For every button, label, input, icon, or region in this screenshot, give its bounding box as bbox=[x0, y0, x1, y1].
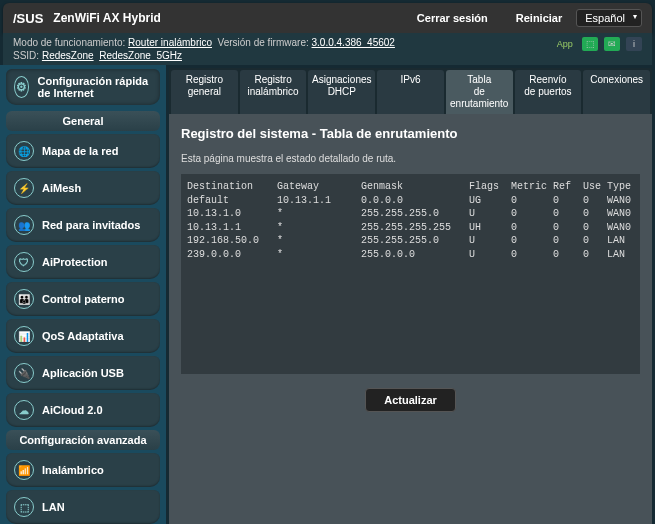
brand-logo: /SUS bbox=[13, 11, 43, 26]
language-select[interactable]: Español bbox=[576, 9, 642, 27]
info-bar: Modo de funcionamiento: Router inalámbri… bbox=[3, 33, 652, 65]
sidebar-item-mapa-de-la-red[interactable]: 🌐Mapa de la red bbox=[6, 134, 160, 168]
nav-icon: 📊 bbox=[14, 326, 34, 346]
tab-4[interactable]: Tablade enrutamiento bbox=[446, 70, 513, 114]
ssid1-link[interactable]: RedesZone bbox=[42, 50, 94, 61]
sidebar-item-aimesh[interactable]: ⚡AiMesh bbox=[6, 171, 160, 205]
sidebar-item-lan[interactable]: ⬚LAN bbox=[6, 490, 160, 524]
logout-button[interactable]: Cerrar sesión bbox=[417, 12, 488, 24]
feedback-icon[interactable]: ✉ bbox=[604, 37, 620, 51]
sidebar-item-qos-adaptativa[interactable]: 📊QoS Adaptativa bbox=[6, 319, 160, 353]
nav-icon: 📶 bbox=[14, 460, 34, 480]
nav-label: Inalámbrico bbox=[42, 464, 104, 476]
nav-icon: 👪 bbox=[14, 289, 34, 309]
section-general: General bbox=[6, 111, 160, 131]
mode-link[interactable]: Router inalámbrico bbox=[128, 37, 212, 48]
ssid-label: SSID: bbox=[13, 50, 39, 61]
tab-5[interactable]: Reenvíode puertos bbox=[515, 70, 582, 114]
sidebar-item-inalámbrico[interactable]: 📶Inalámbrico bbox=[6, 453, 160, 487]
nav-icon: 🛡 bbox=[14, 252, 34, 272]
app-label[interactable]: App bbox=[557, 37, 573, 51]
app-icon[interactable]: ⬚ bbox=[582, 37, 598, 51]
reboot-button[interactable]: Reiniciar bbox=[516, 12, 562, 24]
info-icon[interactable]: i bbox=[626, 37, 642, 51]
nav-icon: 🔌 bbox=[14, 363, 34, 383]
nav-icon: ⬚ bbox=[14, 497, 34, 517]
sidebar-item-aicloud-2.0[interactable]: ☁AiCloud 2.0 bbox=[6, 393, 160, 427]
section-advanced: Configuración avanzada bbox=[6, 430, 160, 450]
tab-6[interactable]: Conexiones bbox=[583, 70, 650, 114]
nav-icon: 👥 bbox=[14, 215, 34, 235]
nav-label: QoS Adaptativa bbox=[42, 330, 124, 342]
tab-2[interactable]: AsignacionesDHCP bbox=[308, 70, 375, 114]
tab-1[interactable]: Registroinalámbrico bbox=[240, 70, 307, 114]
page-description: Esta página muestra el estado detallado … bbox=[181, 153, 640, 164]
nav-label: Aplicación USB bbox=[42, 367, 124, 379]
tab-3[interactable]: IPv6 bbox=[377, 70, 444, 114]
tab-bar: RegistrogeneralRegistroinalámbricoAsigna… bbox=[169, 68, 652, 114]
tab-0[interactable]: Registrogeneral bbox=[171, 70, 238, 114]
fw-label: Versión de firmware: bbox=[218, 37, 309, 48]
sidebar-item-aiprotection[interactable]: 🛡AiProtection bbox=[6, 245, 160, 279]
app-header: /SUS ZenWiFi AX Hybrid Cerrar sesión Rei… bbox=[3, 3, 652, 33]
fw-link[interactable]: 3.0.0.4.386_45602 bbox=[312, 37, 395, 48]
content-panel: Registro del sistema - Tabla de enrutami… bbox=[169, 114, 652, 524]
nav-icon: ☁ bbox=[14, 400, 34, 420]
wizard-label: Configuración rápida de Internet bbox=[37, 75, 152, 99]
page-title: Registro del sistema - Tabla de enrutami… bbox=[181, 126, 640, 141]
sidebar: ⚙ Configuración rápida de Internet Gener… bbox=[0, 65, 166, 524]
nav-label: AiProtection bbox=[42, 256, 107, 268]
quick-setup-button[interactable]: ⚙ Configuración rápida de Internet bbox=[6, 69, 160, 105]
nav-label: Mapa de la red bbox=[42, 145, 118, 157]
sidebar-item-control-paterno[interactable]: 👪Control paterno bbox=[6, 282, 160, 316]
wizard-icon: ⚙ bbox=[14, 76, 29, 98]
nav-label: AiMesh bbox=[42, 182, 81, 194]
nav-icon: ⚡ bbox=[14, 178, 34, 198]
sidebar-item-aplicación-usb[interactable]: 🔌Aplicación USB bbox=[6, 356, 160, 390]
nav-label: Red para invitados bbox=[42, 219, 140, 231]
nav-label: Control paterno bbox=[42, 293, 125, 305]
mode-label: Modo de funcionamiento: bbox=[13, 37, 125, 48]
ssid2-link[interactable]: RedesZone_5GHz bbox=[99, 50, 182, 61]
nav-icon: 🌐 bbox=[14, 141, 34, 161]
sidebar-item-red-para-invitados[interactable]: 👥Red para invitados bbox=[6, 208, 160, 242]
model-name: ZenWiFi AX Hybrid bbox=[53, 11, 160, 25]
refresh-button[interactable]: Actualizar bbox=[365, 388, 456, 412]
routing-table: Destination Gateway Genmask Flags Metric… bbox=[181, 174, 640, 374]
nav-label: AiCloud 2.0 bbox=[42, 404, 103, 416]
nav-label: LAN bbox=[42, 501, 65, 513]
